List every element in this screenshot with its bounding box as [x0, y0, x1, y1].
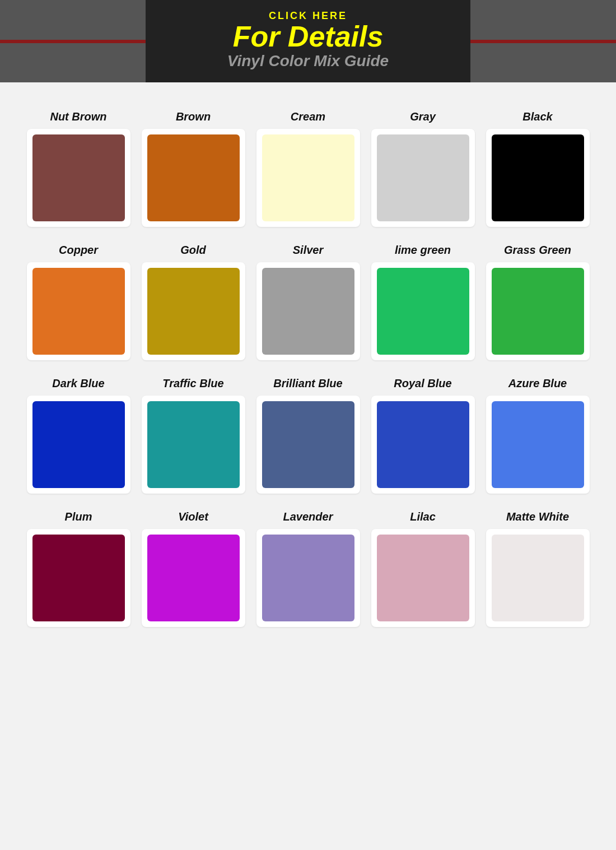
- color-swatch-0-0: [32, 134, 125, 221]
- color-label-0-0: Nut Brown: [50, 110, 106, 123]
- vinyl-guide-text: Vinyl Color Mix Guide: [168, 52, 448, 70]
- color-swatch-1-4: [492, 268, 584, 355]
- color-card-3-0: [27, 529, 130, 627]
- color-label-2-3: Royal Blue: [394, 377, 451, 390]
- header-dark-box[interactable]: CLICK HERE For Details Vinyl Color Mix G…: [146, 0, 470, 82]
- color-card-1-0: [27, 262, 130, 360]
- color-item-1-2: Silver: [256, 244, 360, 360]
- color-label-0-2: Cream: [291, 110, 325, 123]
- color-item-2-0: Dark Blue: [27, 377, 130, 494]
- color-swatch-1-3: [377, 268, 469, 355]
- color-item-0-0: Nut Brown: [27, 110, 130, 227]
- color-card-3-4: [486, 529, 590, 627]
- color-swatch-3-3: [377, 535, 469, 621]
- color-item-0-4: Black: [486, 110, 590, 227]
- for-details-text: For Details: [168, 22, 448, 51]
- color-item-3-0: Plum: [27, 510, 130, 627]
- color-card-1-1: [142, 262, 245, 360]
- red-line-left: [0, 40, 146, 43]
- color-label-0-1: Brown: [176, 110, 211, 123]
- color-card-0-2: [256, 129, 360, 227]
- color-item-1-4: Grass Green: [486, 244, 590, 360]
- color-item-1-0: Copper: [27, 244, 130, 360]
- color-item-2-1: Traffic Blue: [142, 377, 245, 494]
- color-item-0-1: Brown: [142, 110, 245, 227]
- color-swatch-3-2: [262, 535, 354, 621]
- color-card-2-0: [27, 396, 130, 494]
- color-card-3-3: [371, 529, 475, 627]
- color-swatch-2-2: [262, 401, 354, 488]
- color-label-2-0: Dark Blue: [52, 377, 104, 390]
- color-card-3-1: [142, 529, 245, 627]
- color-item-0-3: Gray: [371, 110, 475, 227]
- color-grid-container: Nut BrownBrownCreamGrayBlackCopperGoldSi…: [0, 82, 616, 677]
- color-card-1-2: [256, 262, 360, 360]
- color-swatch-2-1: [147, 401, 240, 488]
- red-line-right: [470, 40, 616, 43]
- color-label-3-1: Violet: [178, 510, 208, 523]
- color-label-3-0: Plum: [65, 510, 92, 523]
- color-label-3-2: Lavender: [283, 510, 333, 523]
- color-label-2-1: Traffic Blue: [162, 377, 223, 390]
- color-row-2: Dark BlueTraffic BlueBrilliant BlueRoyal…: [28, 377, 588, 494]
- color-label-1-3: lime green: [395, 244, 451, 257]
- color-card-0-0: [27, 129, 130, 227]
- color-card-2-2: [256, 396, 360, 494]
- color-card-2-3: [371, 396, 475, 494]
- color-label-3-3: Lilac: [410, 510, 436, 523]
- color-label-1-0: Copper: [59, 244, 98, 257]
- color-swatch-2-0: [32, 401, 125, 488]
- color-card-3-2: [256, 529, 360, 627]
- header-banner[interactable]: CLICK HERE For Details Vinyl Color Mix G…: [0, 0, 616, 82]
- color-item-3-4: Matte White: [486, 510, 590, 627]
- color-item-0-2: Cream: [256, 110, 360, 227]
- color-card-2-1: [142, 396, 245, 494]
- color-swatch-0-2: [262, 134, 354, 221]
- color-item-3-1: Violet: [142, 510, 245, 627]
- color-label-1-1: Gold: [180, 244, 206, 257]
- color-label-2-2: Brilliant Blue: [273, 377, 342, 390]
- color-label-2-4: Azure Blue: [508, 377, 567, 390]
- color-item-1-1: Gold: [142, 244, 245, 360]
- color-card-0-3: [371, 129, 475, 227]
- color-card-0-1: [142, 129, 245, 227]
- color-item-3-3: Lilac: [371, 510, 475, 627]
- color-swatch-3-4: [492, 535, 584, 621]
- color-swatch-0-4: [492, 134, 584, 221]
- color-label-0-4: Black: [522, 110, 552, 123]
- color-label-3-4: Matte White: [506, 510, 569, 523]
- color-item-2-2: Brilliant Blue: [256, 377, 360, 494]
- color-swatch-1-1: [147, 268, 240, 355]
- color-card-0-4: [486, 129, 590, 227]
- color-row-0: Nut BrownBrownCreamGrayBlack: [28, 110, 588, 227]
- color-card-2-4: [486, 396, 590, 494]
- color-swatch-0-3: [377, 134, 469, 221]
- color-item-2-4: Azure Blue: [486, 377, 590, 494]
- color-row-1: CopperGoldSilverlime greenGrass Green: [28, 244, 588, 360]
- color-row-3: PlumVioletLavenderLilacMatte White: [28, 510, 588, 627]
- color-swatch-1-2: [262, 268, 354, 355]
- color-label-1-2: Silver: [293, 244, 323, 257]
- color-swatch-3-0: [32, 535, 125, 621]
- color-swatch-2-3: [377, 401, 469, 488]
- color-swatch-1-0: [32, 268, 125, 355]
- color-swatch-0-1: [147, 134, 240, 221]
- color-swatch-2-4: [492, 401, 584, 488]
- color-card-1-3: [371, 262, 475, 360]
- color-item-1-3: lime green: [371, 244, 475, 360]
- color-item-3-2: Lavender: [256, 510, 360, 627]
- color-label-0-3: Gray: [410, 110, 436, 123]
- color-swatch-3-1: [147, 535, 240, 621]
- color-label-1-4: Grass Green: [504, 244, 571, 257]
- color-card-1-4: [486, 262, 590, 360]
- color-item-2-3: Royal Blue: [371, 377, 475, 494]
